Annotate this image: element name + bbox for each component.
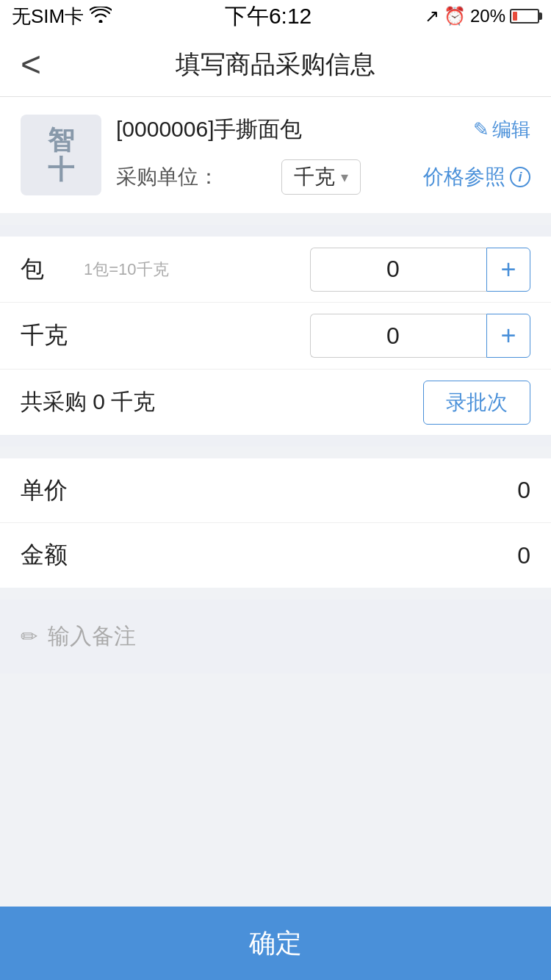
confirm-button[interactable]: 确定 <box>0 907 551 980</box>
unit-label: 采购单位： <box>116 163 219 191</box>
carrier-label: 无SIM卡 <box>12 4 84 29</box>
status-bar-right: ↗ ⏰ 20% <box>425 6 539 26</box>
summary-row: 共采购 0 千克 录批次 <box>0 369 551 435</box>
content-area: 智 十 [0000006]手撕面包 ✎ 编辑 采购单位： 千克 ▾ 价格参照 <box>0 97 551 754</box>
unit-price-value: 0 <box>517 477 530 504</box>
kg-label: 千克 <box>21 320 79 352</box>
bag-input[interactable] <box>310 248 486 292</box>
bag-hint: 1包=10千克 <box>84 259 169 281</box>
unit-select[interactable]: 千克 ▾ <box>281 159 361 195</box>
battery-percent: 20% <box>470 6 505 26</box>
summary-text: 共采购 0 千克 <box>21 387 155 417</box>
logo-line1: 智 <box>48 126 74 155</box>
bag-row: 包 1包=10千克 + <box>0 237 551 303</box>
back-icon: < <box>21 47 41 82</box>
logo-line2: 十 <box>48 155 74 184</box>
bag-label: 包 <box>21 253 79 286</box>
product-image: 智 十 <box>21 115 101 195</box>
location-icon: ↗ <box>425 6 439 26</box>
quantity-form: 包 1包=10千克 + 千克 + <box>0 237 551 369</box>
edit-icon: ✎ <box>473 118 489 141</box>
pencil-icon: ✏ <box>21 624 37 649</box>
price-ref-button[interactable]: 价格参照 i <box>423 163 530 191</box>
product-name-row: [0000006]手撕面包 ✎ 编辑 <box>116 115 530 145</box>
product-info: [0000006]手撕面包 ✎ 编辑 采购单位： 千克 ▾ 价格参照 i <box>116 115 530 195</box>
kg-row: 千克 + <box>0 303 551 369</box>
product-name: [0000006]手撕面包 <box>116 115 302 145</box>
price-info-section: 单价 0 金额 0 <box>0 458 551 588</box>
remark-section[interactable]: ✏ 输入备注 <box>0 599 551 674</box>
status-bar-time: 下午6:12 <box>225 1 311 32</box>
status-bar-left: 无SIM卡 <box>12 4 112 29</box>
kg-input-group: + <box>310 314 530 358</box>
remark-placeholder: 输入备注 <box>48 621 136 652</box>
back-button[interactable]: < <box>21 47 41 82</box>
bag-plus-button[interactable]: + <box>486 248 530 292</box>
wifi-icon <box>90 5 112 28</box>
unit-row: 采购单位： 千克 ▾ 价格参照 i <box>116 159 530 195</box>
kg-plus-icon: + <box>500 320 516 351</box>
price-ref-label: 价格参照 <box>423 163 505 191</box>
unit-dropdown-arrow: ▾ <box>341 168 348 186</box>
page-title: 填写商品采购信息 <box>176 48 375 82</box>
amount-label: 金额 <box>21 539 68 572</box>
unit-price-row: 单价 0 <box>0 458 551 523</box>
battery-icon <box>510 9 539 24</box>
edit-label: 编辑 <box>492 117 530 143</box>
amount-row: 金额 0 <box>0 523 551 588</box>
kg-plus-button[interactable]: + <box>486 314 530 358</box>
bag-input-group: + <box>310 248 530 292</box>
edit-link[interactable]: ✎ 编辑 <box>473 117 530 143</box>
amount-value: 0 <box>517 542 530 569</box>
section-divider-2 <box>0 435 551 447</box>
product-card: 智 十 [0000006]手撕面包 ✎ 编辑 采购单位： 千克 ▾ 价格参照 <box>0 97 551 213</box>
unit-price-label: 单价 <box>21 475 68 507</box>
status-bar: 无SIM卡 下午6:12 ↗ ⏰ 20% <box>0 0 551 32</box>
alarm-icon: ⏰ <box>444 6 466 26</box>
nav-bar: < 填写商品采购信息 <box>0 32 551 97</box>
unit-value: 千克 <box>294 163 335 191</box>
bag-plus-icon: + <box>500 254 516 285</box>
kg-input[interactable] <box>310 314 486 358</box>
section-divider-1 <box>0 225 551 237</box>
info-icon: i <box>510 167 530 187</box>
record-batch-button[interactable]: 录批次 <box>423 381 530 425</box>
